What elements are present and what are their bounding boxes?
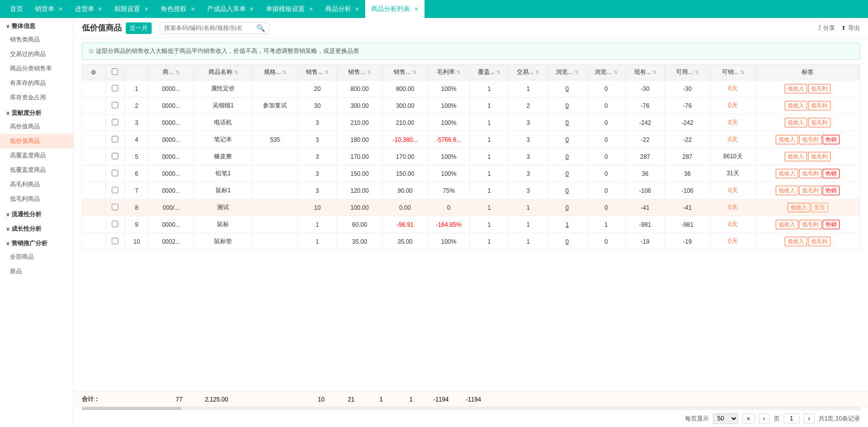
col-cover[interactable]: 覆盖... ⇅ bbox=[470, 64, 509, 80]
cell-check[interactable] bbox=[105, 165, 125, 182]
nav-sales-order[interactable]: 销货单 ✕ bbox=[29, 0, 69, 18]
recent-month-button[interactable]: 近一月 bbox=[126, 22, 152, 34]
row-checkbox[interactable] bbox=[112, 85, 118, 91]
close-icon[interactable]: ✕ bbox=[414, 6, 419, 12]
col-sale-income[interactable]: 销售... ⇅ bbox=[337, 64, 382, 80]
sidebar-item-category-sales[interactable]: 商品分类销售率 bbox=[0, 61, 73, 76]
col-code[interactable]: 商... ⇅ bbox=[148, 64, 194, 80]
cell-name: 橡皮擦 bbox=[194, 148, 252, 165]
sidebar-item-high-coverage[interactable]: 高覆盖度商品 bbox=[0, 148, 73, 163]
sidebar-group-overall[interactable]: ∨ 整体信息 bbox=[0, 18, 73, 32]
export-button[interactable]: ⬆ 导出 bbox=[841, 24, 860, 32]
pagination: 每页显示 50 100 « ‹ 页 › 共1页,10条记录 bbox=[74, 410, 868, 427]
sidebar-item-low-margin[interactable]: 低毛利商品 bbox=[0, 192, 73, 206]
nav-role-auth[interactable]: 角色授权 ✕ bbox=[155, 0, 201, 18]
row-checkbox[interactable] bbox=[112, 221, 118, 227]
sidebar-item-stock-capital[interactable]: 库存资金占用 bbox=[0, 90, 73, 105]
cell-check[interactable] bbox=[105, 114, 125, 131]
col-sale-qty[interactable]: 销售... ⇅ bbox=[298, 64, 337, 80]
row-checkbox[interactable] bbox=[112, 187, 118, 193]
cell-check[interactable] bbox=[105, 233, 125, 250]
row-checkbox[interactable] bbox=[112, 204, 118, 210]
search-icon[interactable]: 🔍 bbox=[256, 24, 265, 32]
sidebar-item-high-margin[interactable]: 高毛利商品 bbox=[0, 177, 73, 192]
cell-check[interactable] bbox=[105, 216, 125, 233]
sidebar-item-low-coverage[interactable]: 低覆盖度商品 bbox=[0, 163, 73, 177]
cell-check[interactable] bbox=[105, 131, 125, 148]
nav-home[interactable]: 首页 bbox=[4, 0, 29, 18]
close-icon[interactable]: ✕ bbox=[355, 6, 359, 12]
browse-link[interactable]: 0 bbox=[566, 238, 569, 245]
sidebar-item-low-value[interactable]: 低价值商品 bbox=[0, 134, 73, 148]
nav-permission[interactable]: 权限设置 ✕ bbox=[108, 0, 155, 18]
cell-tags: 低收入低毛利 bbox=[756, 97, 860, 114]
col-settings[interactable]: ⚙ bbox=[82, 64, 106, 80]
cell-check[interactable] bbox=[105, 97, 125, 114]
cell-check[interactable] bbox=[105, 80, 125, 97]
col-saleable[interactable]: 可销... ⇅ bbox=[710, 64, 756, 80]
col-gross-rate[interactable]: 毛利率 ⇅ bbox=[428, 64, 470, 80]
col-stock[interactable]: 现有... ⇅ bbox=[626, 64, 664, 80]
cell-check[interactable] bbox=[105, 199, 125, 216]
close-icon[interactable]: ✕ bbox=[58, 6, 63, 12]
col-name[interactable]: 商品名称 ⇅ bbox=[194, 64, 252, 80]
cell-sale-qty: 3 bbox=[298, 114, 337, 131]
sidebar-item-stock-goods[interactable]: 有库存的商品 bbox=[0, 76, 73, 90]
tag: 低收入 bbox=[785, 118, 807, 127]
browse-link[interactable]: 0 bbox=[566, 153, 569, 160]
share-button[interactable]: ⤴ 分享 bbox=[818, 24, 835, 32]
sidebar-item-all-goods[interactable]: 全部商品 bbox=[0, 250, 73, 264]
cell-code: 0000... bbox=[148, 165, 194, 182]
col-browse2[interactable]: 浏览... ⇅ bbox=[587, 64, 626, 80]
browse-link[interactable]: 0 bbox=[566, 102, 569, 109]
col-spec[interactable]: 规格... ⇅ bbox=[252, 64, 298, 80]
sidebar-item-high-value[interactable]: 高价值商品 bbox=[0, 119, 73, 134]
close-icon[interactable]: ✕ bbox=[249, 6, 254, 12]
sidebar-group-marketing[interactable]: ∨ 营销推广分析 bbox=[0, 235, 73, 250]
nav-purchase-order[interactable]: 进货单 ✕ bbox=[69, 0, 109, 18]
prev-page-button[interactable]: ‹ bbox=[759, 414, 770, 424]
row-checkbox[interactable] bbox=[112, 170, 118, 176]
col-available[interactable]: 可用... ⇅ bbox=[664, 64, 710, 80]
sidebar-item-traded-goods[interactable]: 交易过的商品 bbox=[0, 47, 73, 61]
col-sale-avg[interactable]: 销售... ⇅ bbox=[382, 64, 428, 80]
row-checkbox[interactable] bbox=[112, 136, 118, 142]
sidebar-group-circulation[interactable]: ∨ 流通性分析 bbox=[0, 206, 73, 221]
cell-name: 鼠标 bbox=[194, 216, 252, 233]
close-icon[interactable]: ✕ bbox=[309, 6, 313, 12]
cell-check[interactable] bbox=[105, 148, 125, 165]
first-page-button[interactable]: « bbox=[742, 414, 755, 424]
sidebar-item-new-goods[interactable]: 新品 bbox=[0, 264, 73, 279]
browse-link[interactable]: 1 bbox=[566, 221, 569, 228]
browse-link[interactable]: 0 bbox=[566, 187, 569, 194]
col-trade[interactable]: 交易... ⇅ bbox=[509, 64, 548, 80]
browse-link[interactable]: 0 bbox=[566, 136, 569, 143]
row-checkbox[interactable] bbox=[112, 153, 118, 159]
close-icon[interactable]: ✕ bbox=[191, 6, 195, 12]
next-page-button[interactable]: › bbox=[804, 414, 815, 424]
browse-link[interactable]: 0 bbox=[566, 85, 569, 92]
browse-link[interactable]: 0 bbox=[566, 119, 569, 126]
nav-template[interactable]: 单据模板设置 ✕ bbox=[260, 0, 319, 18]
page-input[interactable] bbox=[784, 414, 800, 424]
close-icon[interactable]: ✕ bbox=[98, 6, 102, 12]
nav-goods-analysis-list[interactable]: 商品分析列表 ✕ bbox=[365, 0, 425, 18]
select-all-checkbox[interactable] bbox=[112, 68, 118, 75]
row-checkbox[interactable] bbox=[112, 119, 118, 125]
row-checkbox[interactable] bbox=[112, 102, 118, 108]
cell-check[interactable] bbox=[105, 182, 125, 199]
col-browse1[interactable]: 浏览... ⇅ bbox=[548, 64, 587, 80]
browse-link[interactable]: 0 bbox=[566, 204, 569, 211]
nav-product-stock[interactable]: 产成品入库单 ✕ bbox=[201, 0, 260, 18]
nav-goods-analysis[interactable]: 商品分析 ✕ bbox=[319, 0, 366, 18]
search-input[interactable] bbox=[164, 24, 256, 31]
sidebar-item-sales-goods[interactable]: 销售类商品 bbox=[0, 32, 73, 47]
tag: 低毛利 bbox=[808, 152, 831, 161]
browse-link[interactable]: 0 bbox=[566, 170, 569, 177]
col-check[interactable] bbox=[105, 64, 125, 80]
sidebar-group-growth[interactable]: ∨ 成长性分析 bbox=[0, 221, 73, 235]
sidebar-group-contribution[interactable]: ∨ 贡献度分析 bbox=[0, 105, 73, 119]
per-page-select[interactable]: 50 100 bbox=[713, 413, 738, 424]
close-icon[interactable]: ✕ bbox=[144, 6, 149, 12]
row-checkbox[interactable] bbox=[112, 238, 118, 244]
